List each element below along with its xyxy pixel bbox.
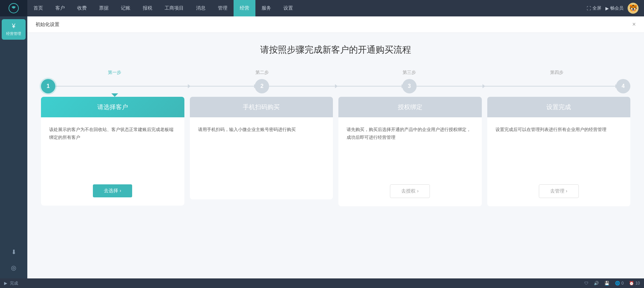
step-circle-3: 3 bbox=[402, 79, 417, 93]
status-bar: ▶ 完成 🛡 🔊 💾 🌐 0 ⏰ 10 bbox=[0, 278, 644, 288]
nav-item-首页[interactable]: 首页 bbox=[27, 0, 49, 16]
card-header-4: 设置完成 bbox=[487, 97, 631, 117]
card-btn-4: 去管理 › bbox=[539, 184, 579, 198]
step-circle-1: 1 bbox=[41, 79, 55, 93]
step-label-3: 第三步 bbox=[403, 69, 416, 76]
time-status: ⏰ 10 bbox=[629, 281, 640, 286]
nav-item-设置[interactable]: 设置 bbox=[277, 0, 299, 16]
card-wrapper-2: 手机扫码购买请用手机扫码，输入小微企业主账号密码进行购买 bbox=[190, 97, 333, 199]
card-body-4: 设置完成后可以在管理列表进行所有企业用户的经营管理 bbox=[487, 117, 631, 179]
step-pointer-1 bbox=[111, 93, 118, 97]
card-header-2: 手机扫码购买 bbox=[190, 97, 333, 117]
step-connector-left-2 bbox=[188, 86, 255, 87]
nav-items: 首页客户收费票据记账报税工商项目消息管理经营服务设置 bbox=[27, 0, 587, 16]
step-card-2: 手机扫码购买请用手机扫码，输入小微企业主账号密码进行购买 bbox=[190, 97, 333, 199]
member-btn[interactable]: ▶ 畅会员 bbox=[605, 5, 624, 11]
card-footer-3: 去授权 › bbox=[338, 179, 482, 206]
step-label-2: 第二步 bbox=[255, 69, 269, 76]
step-wrapper-4: 第四步4 bbox=[483, 69, 631, 97]
steps-container: 第一步1第二步2第三步3第四步4 bbox=[41, 69, 630, 97]
step-connector-right-2 bbox=[269, 86, 336, 87]
nav-item-消息[interactable]: 消息 bbox=[190, 0, 212, 16]
sidebar-bottom: ⬇ ◎ bbox=[2, 246, 26, 278]
step-connector-left-4 bbox=[483, 86, 616, 87]
step-card-3: 授权绑定请先购买，购买后选择开通的产品中的企业用户进行授权绑定，成功后即可进行经… bbox=[338, 97, 482, 206]
status-bar-right: 🛡 🔊 💾 🌐 0 ⏰ 10 bbox=[584, 281, 640, 286]
main-title: 请按照步骤完成新客户的开通购买流程 bbox=[41, 44, 630, 56]
card-wrapper-1: 请选择客户该处展示的客户为不在回收站、客户状态正常建账后完成老板端绑定的所有客户… bbox=[41, 97, 184, 206]
nav-item-记账[interactable]: 记账 bbox=[115, 0, 137, 16]
step-circle-4: 4 bbox=[616, 79, 630, 93]
nav-item-票据[interactable]: 票据 bbox=[93, 0, 115, 16]
page-body: 请按照步骤完成新客户的开通购买流程 第一步1第二步2第三步3第四步4 请选择客户… bbox=[27, 33, 644, 278]
nav-item-服务[interactable]: 服务 bbox=[255, 0, 277, 16]
support-btn[interactable]: ◎ bbox=[2, 261, 26, 274]
step-circle-row-2: 2 bbox=[188, 79, 336, 93]
card-btn-1[interactable]: 去选择 › bbox=[93, 184, 132, 197]
card-header-1: 请选择客户 bbox=[41, 97, 184, 117]
step-card-1: 请选择客户该处展示的客户为不在回收站、客户状态正常建账后完成老板端绑定的所有客户… bbox=[41, 97, 184, 206]
nav-right: ⛶ 全屏 ▶ 畅会员 🐯 bbox=[587, 3, 644, 14]
step-circle-row-3: 3 bbox=[336, 79, 483, 93]
status-text: 完成 bbox=[10, 280, 18, 286]
card-footer-1: 去选择 › bbox=[41, 179, 184, 206]
step-circle-row-4: 4 bbox=[483, 79, 631, 93]
step-connector-right-1 bbox=[55, 86, 188, 87]
user-avatar[interactable]: 🐯 bbox=[628, 3, 639, 14]
nav-item-报税[interactable]: 报税 bbox=[137, 0, 158, 16]
step-connector-right-3 bbox=[417, 86, 483, 87]
card-btn-3: 去授权 › bbox=[390, 184, 430, 198]
card-footer-4: 去管理 › bbox=[487, 179, 631, 206]
card-body-2: 请用手机扫码，输入小微企业主账号密码进行购买 bbox=[190, 117, 333, 179]
card-body-1: 该处展示的客户为不在回收站、客户状态正常建账后完成老板端绑定的所有客户 bbox=[41, 117, 184, 179]
video-icon: ▶ bbox=[605, 6, 609, 11]
step-wrapper-2: 第二步2 bbox=[188, 69, 336, 97]
sidebar: ¥ 经营管理 ⬇ ◎ bbox=[0, 16, 27, 278]
step-wrapper-1: 第一步1 bbox=[41, 69, 188, 97]
nav-item-客户[interactable]: 客户 bbox=[49, 0, 71, 16]
top-nav: 首页客户收费票据记账报税工商项目消息管理经营服务设置 ⛶ 全屏 ▶ 畅会员 🐯 bbox=[0, 0, 644, 16]
card-wrapper-4: 设置完成设置完成后可以在管理列表进行所有企业用户的经营管理去管理 › bbox=[487, 97, 631, 206]
save-status: 💾 bbox=[604, 281, 610, 286]
card-header-3: 授权绑定 bbox=[338, 97, 482, 117]
nav-logo bbox=[0, 0, 27, 16]
nav-item-管理[interactable]: 管理 bbox=[212, 0, 234, 16]
step-card-4: 设置完成设置完成后可以在管理列表进行所有企业用户的经营管理去管理 › bbox=[487, 97, 631, 206]
nav-item-经营[interactable]: 经营 bbox=[234, 0, 255, 16]
step-connector-left-3 bbox=[336, 86, 402, 87]
sidebar-item-label: 经营管理 bbox=[6, 31, 21, 36]
play-icon: ▶ bbox=[4, 281, 7, 286]
step-label-1: 第一步 bbox=[108, 69, 121, 76]
fullscreen-btn[interactable]: ⛶ 全屏 bbox=[587, 5, 601, 11]
page-title: 初始化设置 bbox=[36, 22, 59, 28]
support-icon: ◎ bbox=[11, 264, 16, 272]
sidebar-item-jingying[interactable]: ¥ 经营管理 bbox=[2, 19, 26, 40]
cards-row: 请选择客户该处展示的客户为不在回收站、客户状态正常建账后完成老板端绑定的所有客户… bbox=[41, 97, 630, 206]
shield-status: 🛡 bbox=[584, 281, 588, 286]
nav-item-收费[interactable]: 收费 bbox=[71, 0, 93, 16]
step-label-4: 第四步 bbox=[550, 69, 563, 76]
step-wrapper-3: 第三步3 bbox=[336, 69, 483, 97]
yuan-icon: ¥ bbox=[12, 23, 15, 30]
close-button[interactable]: × bbox=[632, 21, 636, 28]
page-header: 初始化设置 × bbox=[27, 16, 644, 33]
step-circle-row-1: 1 bbox=[41, 79, 188, 93]
network-status: 🌐 0 bbox=[615, 281, 624, 286]
volume-status: 🔊 bbox=[594, 281, 599, 286]
step-circle-2: 2 bbox=[255, 79, 269, 93]
card-body-3: 请先购买，购买后选择开通的产品中的企业用户进行授权绑定，成功后即可进行经营管理 bbox=[338, 117, 482, 179]
fullscreen-icon: ⛶ bbox=[587, 6, 591, 11]
card-wrapper-3: 授权绑定请先购买，购买后选择开通的产品中的企业用户进行授权绑定，成功后即可进行经… bbox=[338, 97, 482, 206]
download-icon: ⬇ bbox=[11, 248, 16, 256]
nav-item-工商项目[interactable]: 工商项目 bbox=[158, 0, 190, 16]
download-btn[interactable]: ⬇ bbox=[2, 246, 26, 259]
main-content: 初始化设置 × 请按照步骤完成新客户的开通购买流程 第一步1第二步2第三步3第四… bbox=[27, 16, 644, 278]
